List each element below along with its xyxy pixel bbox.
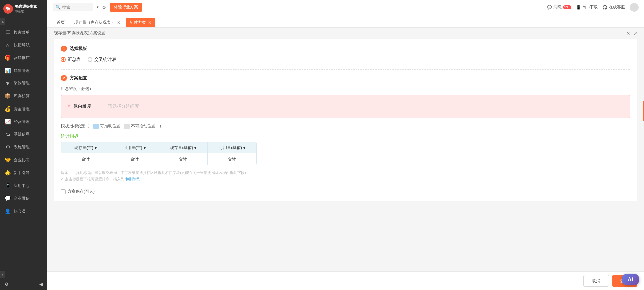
tip-line1: 提示： 1.拖动标题栏可以调整布局，不可跨维度或指标区域拖动栏目字段(只能在同一… — [61, 170, 630, 175]
non-draggable-tag-label: 不可拖动位置 — [131, 123, 155, 129]
customer-service-btn[interactable]: 🎧 在线客服 — [602, 4, 625, 10]
sidebar-item-purchase[interactable]: 🛍 采购管理 — [0, 77, 47, 90]
sidebar-item-app-center[interactable]: 📱 应用中心 — [0, 179, 47, 192]
sidebar-item-label: 搜索菜单 — [14, 30, 30, 35]
app-icon: 📱 — [576, 5, 581, 10]
ai-button[interactable]: Ai — [622, 274, 639, 285]
search-box[interactable]: 🔍 — [53, 3, 93, 11]
logo: 畅 畅康通好生意 标准版 — [0, 0, 47, 18]
scroll-down-btn[interactable]: ▼ — [0, 271, 5, 278]
header-gear-icon[interactable]: ⚙ — [102, 5, 106, 10]
sidebar-item-label: 企业微信 — [14, 196, 30, 201]
header: 🔍 ▾ ⚙ 体验行业方案 💬 消息 99+ 📱 App下载 🎧 在线客服 — [47, 0, 644, 15]
sidebar-nav: ☰ 搜索菜单 ⌂ 快捷导航 🎁 营销推广 📊 销售管理 🛍 采购管理 📦 库存核… — [0, 25, 47, 271]
stats-col-0: 现存量(主) ▾ — [61, 142, 110, 153]
sidebar-item-newbie[interactable]: 🌟 新手引导 — [0, 166, 47, 179]
chart-icon: 📊 — [5, 68, 11, 74]
sidebar-item-member[interactable]: 👤 畅会员 — [0, 205, 47, 218]
expand-icon[interactable]: ⤢ — [633, 31, 637, 36]
sidebar-item-system[interactable]: ⚙ 系统管理 — [0, 141, 47, 153]
page-header: 现存量(库存状况表)方案设置 ✕ ⤢ — [47, 28, 644, 39]
search-input[interactable] — [62, 5, 89, 10]
sidebar-item-label: 基础信息 — [14, 131, 30, 137]
sidebar: 畅 畅康通好生意 标准版 ▲ ☰ 搜索菜单 ⌂ 快捷导航 🎁 营销推广 📊 销售… — [0, 0, 47, 290]
stats-cell-3: 合计 — [208, 153, 256, 165]
tab-home[interactable]: 首页 — [53, 18, 69, 27]
section-scheme-config: 2 方案配置 汇总维度（必选） * 纵向维度 —— 请选择分组维度 模板指标设定… — [61, 75, 630, 182]
sidebar-item-marketing[interactable]: 🎁 营销推广 — [0, 51, 47, 64]
main-area: 🔍 ▾ ⚙ 体验行业方案 💬 消息 99+ 📱 App下载 🎧 在线客服 — [47, 0, 644, 290]
radio-cross[interactable]: 交叉统计表 — [88, 56, 116, 63]
try-industry-btn[interactable]: 体验行业方案 — [110, 3, 142, 12]
user-avatar[interactable] — [630, 3, 639, 12]
draggable-tag-label: 可拖动位置 — [100, 123, 120, 129]
stats-col-2: 现存量(基辅) ▾ — [159, 142, 208, 153]
sidebar-item-finance[interactable]: 💰 资金管理 — [0, 102, 47, 115]
sidebar-item-search-menu[interactable]: ☰ 搜索菜单 — [0, 26, 47, 39]
search-icon: 🔍 — [55, 5, 61, 10]
indicator-setting-prefix: 模板指标设定（ — [61, 123, 89, 129]
scroll-up-btn[interactable]: ▲ — [0, 18, 5, 25]
required-mark: * — [68, 104, 70, 109]
sidebar-item-enterprise-wx[interactable]: 💬 企业微信 — [0, 192, 47, 205]
radio-summary-dot — [61, 57, 66, 62]
gear-icon: ⚙ — [5, 144, 11, 150]
sidebar-item-label: 销售管理 — [14, 68, 30, 74]
tab-new-scheme-close[interactable]: ✕ — [148, 20, 151, 25]
folder-icon: 🗂 — [5, 131, 11, 137]
logo-icon: 畅 — [3, 4, 13, 14]
non-draggable-tag: 不可拖动位置 — [124, 123, 155, 129]
wechat-icon: 💬 — [5, 195, 11, 201]
collapse-icon[interactable]: ◀ — [39, 282, 43, 287]
stats-table-body: 合计 合计 合计 合计 — [61, 153, 256, 165]
stats-cell-1: 合计 — [110, 153, 159, 165]
messages-btn[interactable]: 💬 消息 99+ — [547, 4, 571, 10]
star-icon: 🌟 — [5, 170, 11, 176]
sidebar-item-label: 畅会员 — [14, 209, 26, 214]
sidebar-item-label: 经营管理 — [14, 119, 30, 125]
section1-title: 1 选择模板 — [61, 46, 630, 52]
tab-inventory-status[interactable]: 现存量（库存状况表） ✕ — [70, 18, 124, 27]
required-label: 汇总维度（必选） — [61, 86, 630, 92]
footer: 取消 查询 — [47, 271, 644, 290]
dimension-name: 纵向维度 — [74, 103, 91, 110]
radio-summary[interactable]: 汇总表 — [61, 56, 81, 63]
tip-link[interactable]: 和删除列 — [125, 177, 140, 181]
sidebar-item-sales[interactable]: 📊 销售管理 — [0, 64, 47, 77]
draggable-tag-box — [93, 124, 99, 129]
dimension-placeholder[interactable]: 请选择分组维度 — [108, 103, 139, 110]
stats-col-3: 可用量(基辅) ▾ — [208, 142, 256, 153]
message-icon: 💬 — [547, 5, 552, 10]
handshake-icon: 🤝 — [5, 157, 11, 163]
customer-service-label: 在线客服 — [609, 4, 625, 10]
stats-col-1: 可用量(主) ▾ — [110, 142, 159, 153]
settings-icon[interactable]: ⚙ — [5, 282, 9, 287]
stats-col-1-label: 可用量(主) — [123, 145, 142, 151]
app-download-btn[interactable]: 📱 App下载 — [576, 4, 598, 10]
stats-table-header: 现存量(主) ▾ 可用量(主) ▾ 现存量(基辅) ▾ — [61, 142, 256, 153]
sidebar-item-operation[interactable]: 📈 经营管理 — [0, 115, 47, 128]
stats-col-3-dropdown[interactable]: ▾ — [243, 146, 245, 150]
stats-col-0-dropdown[interactable]: ▾ — [95, 146, 97, 150]
cancel-button[interactable]: 取消 — [583, 275, 609, 287]
save-checkbox[interactable] — [61, 189, 66, 194]
stats-col-2-dropdown[interactable]: ▾ — [194, 146, 196, 150]
sidebar-item-quick-nav[interactable]: ⌂ 快捷导航 — [0, 39, 47, 51]
close-icon[interactable]: ✕ — [626, 31, 630, 36]
search-menu-icon: ☰ — [5, 29, 11, 35]
sidebar-item-inventory[interactable]: 📦 库存核算 — [0, 90, 47, 102]
tab-new-scheme[interactable]: 新建方案 ✕ — [126, 18, 155, 27]
indicator-setting-suffix: ） — [159, 123, 164, 129]
bag-icon: 🛍 — [5, 80, 11, 86]
stats-col-1-dropdown[interactable]: ▾ — [144, 146, 146, 150]
dropdown-icon[interactable]: ▾ — [97, 5, 99, 9]
sidebar-item-enterprise[interactable]: 🤝 企业协同 — [0, 153, 47, 166]
sidebar-item-label: 采购管理 — [14, 80, 30, 86]
tab-home-label: 首页 — [57, 20, 65, 25]
tab-inventory-close[interactable]: ✕ — [117, 20, 120, 25]
sidebar-item-basic-info[interactable]: 🗂 基础信息 — [0, 128, 47, 141]
section1-label: 选择模板 — [70, 46, 87, 52]
content-area: 现存量(库存状况表)方案设置 ✕ ⤢ 1 选择模板 汇总表 — [47, 28, 644, 271]
sidebar-item-label: 快捷导航 — [14, 42, 30, 48]
radio-cross-label: 交叉统计表 — [94, 56, 116, 63]
